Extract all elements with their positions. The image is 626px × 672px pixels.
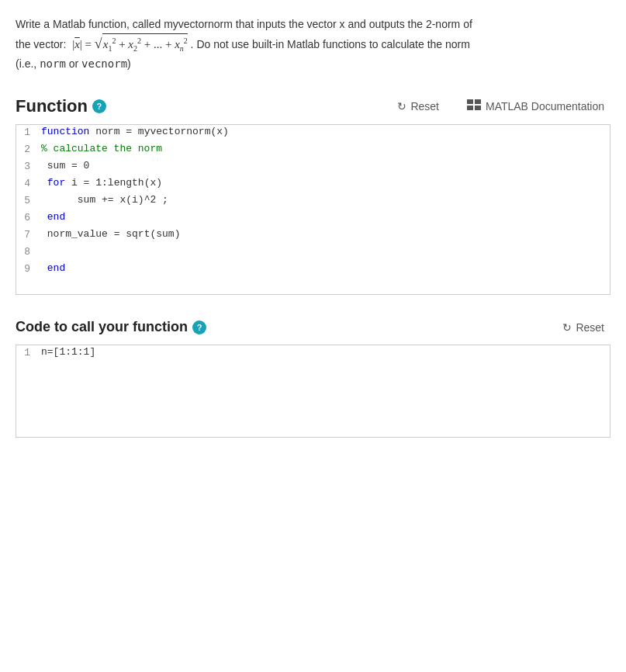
matlab-doc-label: MATLAB Documentation	[486, 100, 604, 113]
line-num-3: 3	[16, 160, 38, 172]
code-line-8: 8	[16, 244, 610, 262]
line-content-3: sum = 0	[38, 160, 610, 171]
line-num-8: 8	[16, 245, 38, 258]
code-line-6: 6 end	[16, 210, 610, 227]
code-line-1: 1 function norm = myvectornorm(x)	[16, 125, 610, 142]
function-section-header: Function ? ↻ Reset MATLAB Documentation	[16, 96, 610, 116]
svg-rect-0	[467, 99, 473, 104]
call-code-editor[interactable]: 1 n=[1:1:1]	[16, 345, 610, 438]
call-line-num-1: 1	[16, 346, 38, 359]
line-content-1: function norm = myvectornorm(x)	[38, 126, 610, 137]
function-reset-label: Reset	[410, 100, 439, 113]
call-line-content-1: n=[1:1:1]	[38, 346, 610, 358]
call-code-line-1: 1 n=[1:1:1]	[16, 345, 610, 362]
line-num-4: 4	[16, 177, 38, 189]
line-content-9: end	[38, 262, 610, 274]
code-line-4: 4 for i = 1:length(x)	[16, 176, 610, 193]
line-num-1: 1	[16, 126, 38, 138]
call-section-title: Code to call your function ?	[16, 319, 206, 335]
code-line-9: 9 end	[16, 262, 610, 279]
line-content-2: % calculate the norm	[38, 143, 610, 154]
line-num-5: 5	[16, 194, 38, 206]
svg-rect-3	[475, 106, 481, 110]
matlab-doc-button[interactable]: MATLAB Documentation	[461, 96, 610, 116]
call-reset-icon: ↻	[562, 321, 572, 334]
function-reset-button[interactable]: ↻ Reset	[391, 97, 445, 116]
call-section-header: Code to call your function ? ↻ Reset	[16, 318, 610, 337]
line-content-6: end	[38, 211, 610, 223]
svg-rect-2	[475, 99, 481, 104]
code-line-2: 2 % calculate the norm	[16, 142, 610, 159]
code-line-7: 7 norm_value = sqrt(sum)	[16, 227, 610, 244]
call-section-actions: ↻ Reset	[556, 318, 610, 337]
problem-description: Write a Matlab function, called myvector…	[16, 16, 610, 73]
line-content-5: sum += x(i)^2 ;	[38, 194, 610, 206]
function-code-editor[interactable]: 1 function norm = myvectornorm(x) 2 % ca…	[16, 124, 610, 295]
svg-rect-1	[467, 106, 473, 110]
call-title-text: Code to call your function	[16, 319, 188, 335]
line-num-9: 9	[16, 262, 38, 275]
line-content-4: for i = 1:length(x)	[38, 177, 610, 189]
line-num-7: 7	[16, 228, 38, 241]
call-reset-label: Reset	[576, 321, 604, 334]
matlab-doc-icon	[467, 99, 481, 113]
function-reset-icon: ↻	[397, 100, 406, 113]
function-help-icon[interactable]: ?	[92, 99, 106, 113]
function-title-text: Function	[16, 96, 88, 116]
function-section-title: Function ?	[16, 96, 106, 116]
line-num-2: 2	[16, 143, 38, 155]
call-reset-button[interactable]: ↻ Reset	[556, 318, 610, 337]
line-num-6: 6	[16, 211, 38, 223]
call-help-icon[interactable]: ?	[192, 320, 206, 334]
code-line-3: 3 sum = 0	[16, 159, 610, 176]
code-line-5: 5 sum += x(i)^2 ;	[16, 193, 610, 210]
function-section-actions: ↻ Reset MATLAB Documentation	[391, 96, 610, 116]
line-content-7: norm_value = sqrt(sum)	[38, 228, 610, 240]
